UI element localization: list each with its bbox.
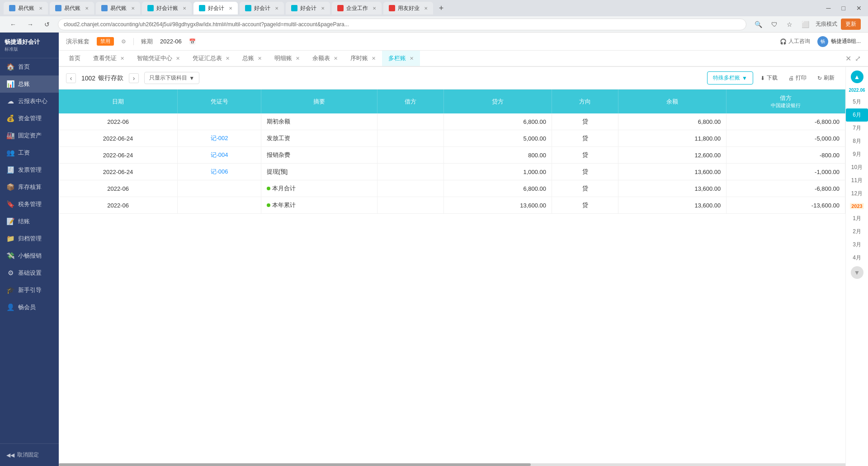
tab-home[interactable]: 首页 — [62, 51, 87, 67]
new-tab-button[interactable]: + — [435, 2, 448, 14]
sidebar-item-invoice[interactable]: 🧾 发票管理 — [0, 161, 59, 179]
tab-smart-voucher[interactable]: 智能凭证中心 ✕ — [131, 51, 186, 67]
date-item-may[interactable]: 5月 — [846, 95, 868, 108]
filter-button[interactable]: 只显示下级科目 ▼ — [144, 72, 199, 84]
refresh-button[interactable]: ↺ — [42, 19, 52, 30]
download-button[interactable]: ⬇ 下载 — [757, 72, 781, 84]
browser-tab-2[interactable]: 易代账 ✕ — [50, 2, 94, 14]
sidebar-item-guide[interactable]: 🎓 新手引导 — [0, 282, 59, 299]
tab-balance-table-close[interactable]: ✕ — [334, 56, 338, 61]
sidebar-item-expense[interactable]: 💸 小畅报销 — [0, 247, 59, 264]
consult-button[interactable]: 🎧 人工咨询 — [780, 38, 810, 45]
tab-close-8[interactable]: ✕ — [373, 6, 376, 11]
tab-close-2[interactable]: ✕ — [85, 6, 89, 11]
date-item-june[interactable]: 6月 — [846, 108, 868, 122]
browser-tab-5[interactable]: 好会计 ✕ — [193, 2, 238, 14]
voucher-cell[interactable]: 记-002 — [178, 130, 261, 147]
url-input[interactable]: cloud2.chanjet.com/accounting/uh26t264j5… — [58, 19, 746, 30]
date-item-mar[interactable]: 3月 — [846, 238, 868, 251]
sidebar-item-tax[interactable]: 🔖 税务管理 — [0, 196, 59, 213]
update-button[interactable]: 更新 — [841, 19, 861, 30]
date-up-button[interactable]: ▲ — [851, 71, 863, 83]
tab-detail-ledger-close[interactable]: ✕ — [296, 56, 300, 61]
tab-close-3[interactable]: ✕ — [131, 6, 135, 11]
sidebar-unpin-button[interactable]: ◀◀ 取消固定 — [0, 447, 59, 462]
tab-balance-table[interactable]: 余额表 ✕ — [306, 51, 344, 67]
tab-general-ledger[interactable]: 总账 ✕ — [236, 51, 268, 67]
tab-voucher-summary[interactable]: 凭证汇总表 ✕ — [186, 51, 236, 67]
date-item-november[interactable]: 11月 — [846, 174, 868, 187]
voucher-cell[interactable] — [178, 180, 261, 197]
maximize-button[interactable]: □ — [839, 4, 848, 13]
date-item-jan[interactable]: 1月 — [846, 212, 868, 225]
tab-view-voucher-close[interactable]: ✕ — [120, 56, 124, 61]
calendar-icon[interactable]: 📅 — [189, 38, 196, 45]
voucher-cell[interactable] — [178, 197, 261, 214]
tab-view-voucher[interactable]: 查看凭证 ✕ — [87, 51, 131, 67]
tab-sequence-ledger-close[interactable]: ✕ — [372, 56, 376, 61]
sidebar-item-fixed-assets[interactable]: 🏭 固定资产 — [0, 127, 59, 144]
browser-tab-8[interactable]: 企业工作 ✕ — [332, 2, 382, 14]
sidebar-item-closing[interactable]: 📝 结账 — [0, 213, 59, 230]
next-account-button[interactable]: › — [129, 73, 139, 83]
special-multi-column-button[interactable]: 特殊多栏账 ▼ — [707, 71, 753, 85]
date-item-september[interactable]: 9月 — [846, 148, 868, 161]
tab-general-ledger-close[interactable]: ✕ — [258, 56, 262, 61]
incognito-mode-btn[interactable]: 无痕模式 — [816, 20, 837, 28]
shield-icon[interactable]: 🛡 — [769, 19, 780, 30]
tab-close-7[interactable]: ✕ — [321, 6, 325, 11]
tab-multi-column-close[interactable]: ✕ — [410, 56, 414, 61]
search-icon[interactable]: 🔍 — [752, 19, 765, 30]
prev-account-button[interactable]: ‹ — [66, 73, 76, 83]
voucher-cell[interactable] — [178, 113, 261, 130]
sidebar-item-funds[interactable]: 💰 资金管理 — [0, 110, 59, 127]
date-item-december[interactable]: 12月 — [846, 187, 868, 200]
sidebar-item-cloud-report[interactable]: ☁ 云报表中心 — [0, 93, 59, 110]
back-button[interactable]: ← — [7, 19, 19, 30]
sidebar-item-archive[interactable]: 📁 归档管理 — [0, 230, 59, 247]
tab-voucher-summary-close[interactable]: ✕ — [226, 56, 230, 61]
sidebar-item-settings[interactable]: ⚙ 基础设置 — [0, 264, 59, 282]
refresh-button[interactable]: ↻ 刷新 — [814, 72, 838, 84]
user-info[interactable]: 畅 畅捷通B组... — [817, 36, 861, 47]
tab-close-5[interactable]: ✕ — [229, 6, 232, 11]
voucher-cell[interactable]: 记-006 — [178, 164, 261, 180]
sidebar-panel-icon[interactable]: ⬜ — [799, 19, 812, 30]
browser-tab-1[interactable]: 易代账 ✕ — [4, 2, 48, 14]
star-icon[interactable]: ☆ — [784, 19, 795, 30]
browser-tab-6[interactable]: 好会计 ✕ — [240, 2, 284, 14]
sidebar-item-inventory[interactable]: 📦 库存核算 — [0, 179, 59, 196]
date-item-feb[interactable]: 2月 — [846, 225, 868, 238]
tab-multi-column[interactable]: 多栏账 ✕ — [382, 51, 420, 67]
browser-tab-3[interactable]: 易代账 ✕ — [96, 2, 140, 14]
date-item-apr[interactable]: 4月 — [846, 251, 868, 264]
print-button[interactable]: 🖨 打印 — [785, 72, 810, 84]
scroll-thumb[interactable] — [59, 463, 531, 466]
tab-detail-ledger[interactable]: 明细账 ✕ — [268, 51, 306, 67]
date-item-august[interactable]: 8月 — [846, 135, 868, 148]
sidebar-item-member[interactable]: 👤 畅会员 — [0, 299, 59, 316]
date-item-july[interactable]: 7月 — [846, 122, 868, 135]
tab-close-9[interactable]: ✕ — [424, 6, 428, 11]
browser-tab-7[interactable]: 好会计 ✕ — [286, 2, 330, 14]
tab-sequence-ledger[interactable]: 序时账 ✕ — [344, 51, 382, 67]
sidebar-item-home[interactable]: 🏠 首页 — [0, 58, 59, 75]
date-item-october[interactable]: 10月 — [846, 161, 868, 174]
sidebar-item-payroll[interactable]: 👥 工资 — [0, 144, 59, 161]
tab-close-6[interactable]: ✕ — [275, 6, 278, 11]
account-selector[interactable]: 1002 银行存款 — [81, 74, 123, 82]
browser-tab-9[interactable]: 用友好业 ✕ — [383, 2, 433, 14]
panel-expand-button[interactable]: ⤢ — [855, 54, 861, 63]
tab-smart-voucher-close[interactable]: ✕ — [176, 56, 180, 61]
sidebar-item-ledger[interactable]: 📊 总账 — [0, 75, 59, 93]
panel-close-button[interactable]: ✕ — [845, 54, 851, 63]
settings-gear-icon[interactable]: ⚙ — [121, 38, 126, 45]
voucher-cell[interactable]: 记-004 — [178, 147, 261, 164]
forward-button[interactable]: → — [24, 19, 36, 30]
tab-close-4[interactable]: ✕ — [183, 6, 186, 11]
date-down-button[interactable]: ▼ — [851, 266, 863, 279]
close-button[interactable]: ✕ — [854, 4, 864, 13]
minimize-button[interactable]: ─ — [824, 4, 834, 13]
horizontal-scrollbar[interactable] — [59, 463, 845, 466]
date-item-2022-06-top[interactable]: 2022.06 — [846, 85, 868, 95]
